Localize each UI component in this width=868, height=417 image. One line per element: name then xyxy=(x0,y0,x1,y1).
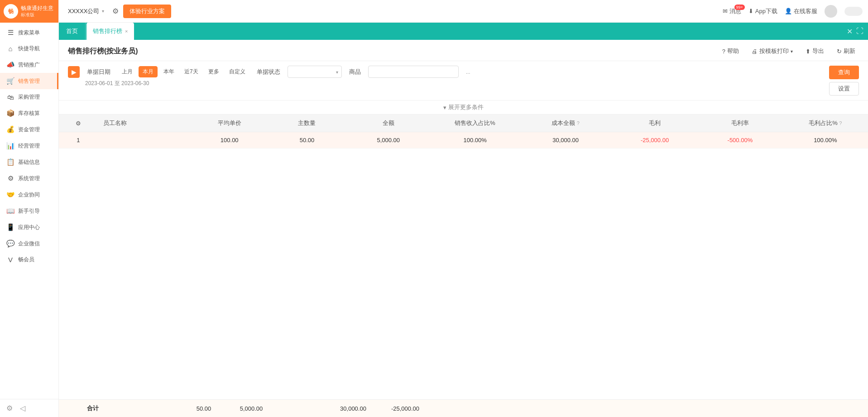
message-badge: 99+ xyxy=(734,5,745,10)
sidebar-item-system[interactable]: ⚙系统管理 xyxy=(0,170,58,187)
filter-top-row: ▶ 单据日期 上月 本月 本年 近7天 更多 自定义 xyxy=(68,66,859,96)
sidebar-marketing-icon: 📣 xyxy=(6,61,14,69)
sidebar-operations-icon: 📊 xyxy=(6,142,14,150)
company-name: XXXXX公司 xyxy=(68,7,99,15)
cost-help-icon[interactable]: ? xyxy=(577,120,580,126)
user-avatar[interactable] xyxy=(825,5,837,18)
export-button[interactable]: ⬆ 导出 xyxy=(802,45,828,57)
expand-conditions-bar[interactable]: ▾ 展开更多条件 xyxy=(59,101,868,115)
table-body: 1 100.00 50.00 5,000.00 100.00% 30,000.0… xyxy=(59,132,868,149)
cell-amount: 5,000.00 xyxy=(346,132,431,149)
date-options: 上月 本月 本年 近7天 更多 自定义 xyxy=(118,66,249,77)
cell-avg-price: 100.00 xyxy=(191,132,268,149)
cell-rank: 1 xyxy=(59,132,98,149)
close-window-icon[interactable]: ✕ xyxy=(847,27,853,36)
date-range-display: 2023-06-01 至 2023-06-30 xyxy=(85,80,825,87)
maximize-icon[interactable]: ⛶ xyxy=(856,27,863,35)
page-actions: ? 帮助 🖨 按模板打印 ▾ ⬆ 导出 ↻ 刷新 xyxy=(719,45,859,57)
sidebar-inventory-icon: 📦 xyxy=(6,109,14,117)
tab-home[interactable]: 首页 xyxy=(59,23,86,40)
date-btn-custom[interactable]: 自定义 xyxy=(225,66,249,77)
topbar: XXXXX公司 ▾ ⚙ 体验行业方案 ✉ 消息 99+ ⬇ App下载 👤 在线… xyxy=(59,0,868,23)
download-icon: ⬇ xyxy=(748,8,753,14)
status-select[interactable] xyxy=(288,66,342,78)
sidebar-item-basic-info[interactable]: 📋基础信息 xyxy=(0,154,58,170)
col-profit-rate: 毛利率 xyxy=(697,115,782,132)
date-btn-more[interactable]: 更多 xyxy=(204,66,223,77)
sidebar-item-operations[interactable]: 📊经营管理 xyxy=(0,138,58,154)
gear-icon[interactable]: ⚙ xyxy=(112,7,119,15)
page-header: 销售排行榜(按业务员) ? 帮助 🖨 按模板打印 ▾ ⬆ 导出 xyxy=(59,40,868,61)
table-header-row: ⚙ 员工名称 平均单价 主数量 全额 销售收入占比% 成本全额 ? 毛利 毛利率… xyxy=(59,115,868,132)
goods-input[interactable] xyxy=(368,66,459,78)
sidebar-item-marketing[interactable]: 📣营销推广 xyxy=(0,57,58,73)
logo-text: 畅康通好生意 标准版 xyxy=(21,5,53,18)
message-button[interactable]: ✉ 消息 99+ xyxy=(723,7,741,15)
sidebar-item-inventory[interactable]: 📦库存核算 xyxy=(0,105,58,121)
sidebar-item-wechat[interactable]: 💬企业微信 xyxy=(0,235,58,252)
content-area: 销售排行榜(按业务员) ? 帮助 🖨 按模板打印 ▾ ⬆ 导出 xyxy=(59,40,868,417)
sidebar-item-search-order[interactable]: ☰搜索菜单 xyxy=(0,24,58,41)
tab-label: 销售排行榜 xyxy=(93,27,122,35)
col-profit-pct: 毛利占比% ? xyxy=(783,115,868,132)
table-area: ⚙ 员工名称 平均单价 主数量 全额 销售收入占比% 成本全额 ? 毛利 毛利率… xyxy=(59,115,868,417)
sidebar-basic-info-icon: 📋 xyxy=(6,158,14,166)
cell-profit-rate: -500.00% xyxy=(697,132,782,149)
sidebar-sales-icon: 🛒 xyxy=(6,77,14,85)
sidebar-item-quick-nav[interactable]: ⌂快捷导航 xyxy=(0,41,58,57)
sidebar-item-finance[interactable]: 💰资金管理 xyxy=(0,121,58,138)
company-selector[interactable]: XXXXX公司 ▾ xyxy=(64,5,108,17)
footer-label: 合计 xyxy=(82,404,136,412)
service-icon: 👤 xyxy=(785,8,792,14)
main-area: XXXXX公司 ▾ ⚙ 体验行业方案 ✉ 消息 99+ ⬇ App下载 👤 在线… xyxy=(59,0,868,417)
sidebar-item-purchase[interactable]: 🛍采购管理 xyxy=(0,89,58,105)
app-download-button[interactable]: ⬇ App下载 xyxy=(748,7,777,15)
export-icon: ⬆ xyxy=(806,48,810,55)
sidebar-item-member[interactable]: V畅会员 xyxy=(0,252,58,268)
filter-action-buttons: 查询 设置 xyxy=(825,66,859,96)
print-dropdown-icon: ▾ xyxy=(791,49,793,54)
date-btn-this-month[interactable]: 本月 xyxy=(139,66,158,77)
footer-profit: -25,000.00 xyxy=(380,405,430,412)
expand-icon: ▾ xyxy=(443,104,446,111)
cell-sales-pct: 100.00% xyxy=(431,132,519,149)
sidebar-item-guide[interactable]: 📖新手引导 xyxy=(0,203,58,219)
message-icon: ✉ xyxy=(723,8,728,14)
status-label: 单据状态 xyxy=(257,68,280,76)
help-button[interactable]: ? 帮助 xyxy=(719,45,743,57)
page-title: 销售排行榜(按业务员) xyxy=(68,47,138,56)
sidebar-purchase-icon: 🛍 xyxy=(6,93,14,101)
sidebar-item-sales[interactable]: 🛒销售管理 xyxy=(0,73,58,89)
sidebar-bottom: ⚙ ◁ xyxy=(0,399,58,417)
cell-cost: 30,000.00 xyxy=(519,132,612,149)
filter-main: ▶ 单据日期 上月 本月 本年 近7天 更多 自定义 xyxy=(68,66,825,87)
settings-button[interactable]: 设置 xyxy=(829,82,859,96)
filter-toggle-button[interactable]: ▶ xyxy=(68,66,80,78)
col-settings[interactable]: ⚙ xyxy=(59,115,98,132)
settings-icon[interactable]: ⚙ xyxy=(6,404,13,412)
col-employee-name: 员工名称 xyxy=(98,115,191,132)
expand-label: 展开更多条件 xyxy=(448,103,484,111)
col-cost: 成本全额 ? xyxy=(519,115,612,132)
tab-sales-rank[interactable]: 销售排行榜 × xyxy=(86,23,134,40)
query-button[interactable]: 查询 xyxy=(829,66,859,79)
date-btn-this-year[interactable]: 本年 xyxy=(159,66,178,77)
tab-close-button[interactable]: × xyxy=(125,29,128,34)
footer-amount: 5,000.00 xyxy=(226,405,276,412)
sidebar-member-icon: V xyxy=(6,256,14,264)
user-name-placeholder[interactable] xyxy=(844,7,863,16)
sidebar-item-enterprise[interactable]: 🤝企业协同 xyxy=(0,187,58,203)
sidebar-item-app-center[interactable]: 📱应用中心 xyxy=(0,219,58,235)
date-btn-last-month[interactable]: 上月 xyxy=(118,66,137,77)
print-button[interactable]: 🖨 按模板打印 ▾ xyxy=(748,45,796,57)
col-avg-price: 平均单价 xyxy=(191,115,268,132)
online-service-button[interactable]: 👤 在线客服 xyxy=(785,7,817,15)
refresh-button[interactable]: ↻ 刷新 xyxy=(833,45,859,57)
trial-button[interactable]: 体验行业方案 xyxy=(123,5,171,18)
more-filters-link[interactable]: ... xyxy=(466,69,470,75)
topbar-right: ✉ 消息 99+ ⬇ App下载 👤 在线客服 xyxy=(723,5,863,18)
collapse-icon[interactable]: ◁ xyxy=(20,404,25,412)
profit-pct-help-icon[interactable]: ? xyxy=(839,120,842,126)
date-btn-7days[interactable]: 近7天 xyxy=(180,66,202,77)
sidebar-nav: ☰搜索菜单⌂快捷导航📣营销推广🛒销售管理🛍采购管理📦库存核算💰资金管理📊经营管理… xyxy=(0,23,58,399)
